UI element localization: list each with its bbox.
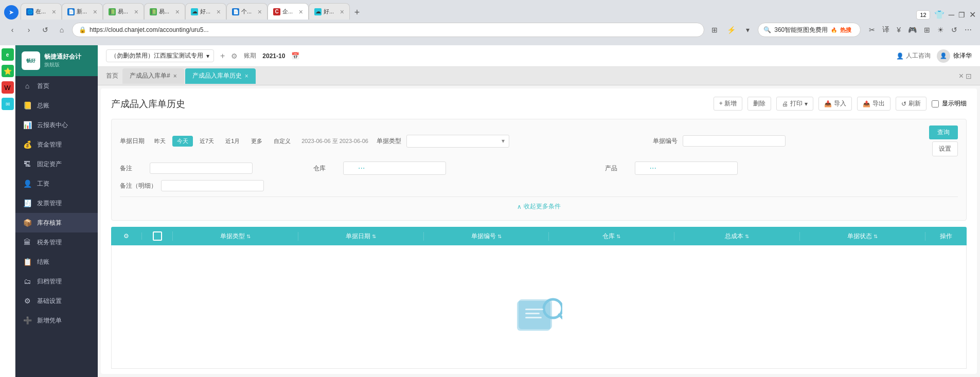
th-voucher-type[interactable]: 单据类型 ⇅ (173, 232, 298, 241)
yesterday-opt[interactable]: 昨天 (150, 136, 170, 147)
minimize-icon[interactable]: ─ (949, 10, 954, 20)
sidebar-item-checkout[interactable]: 📋 结账 (15, 252, 98, 272)
refresh-button[interactable]: ↺ (39, 24, 51, 36)
tab-7[interactable]: C 企... × (268, 3, 309, 20)
sidebar-item-reports[interactable]: 📊 云报表中心 (15, 115, 98, 135)
sidebar-item-new-bill[interactable]: ➕ 新增凭单 (15, 311, 98, 330)
strip-icon-3[interactable]: ✉ (2, 98, 14, 110)
strip-logo[interactable]: e (2, 48, 14, 61)
calendar-icon[interactable]: 📅 (291, 52, 299, 60)
more-opt[interactable]: 更多 (246, 136, 267, 147)
cycle-icon[interactable]: ↺ (949, 25, 959, 35)
last-month-opt[interactable]: 近1月 (221, 136, 244, 147)
list-tab-close-icon[interactable]: × (173, 73, 177, 80)
home-button[interactable]: ⌂ (56, 24, 68, 36)
sidebar-item-ledger[interactable]: 📒 总账 (15, 96, 98, 115)
close-page-icon[interactable]: × (959, 71, 964, 81)
sidebar-item-home[interactable]: ⌂ 首页 (15, 76, 98, 96)
voucher-no-input[interactable] (683, 135, 786, 147)
tab-2[interactable]: 📄 新... × (62, 3, 103, 20)
company-selector[interactable]: （勿删勿禁用）江西服宝测试专用 ▾ (106, 49, 214, 62)
tab-3[interactable]: 📗 易... × (103, 3, 144, 20)
show-detail-toggle[interactable]: 显示明细 (932, 99, 967, 108)
th-checkbox[interactable] (142, 231, 173, 241)
tab-8-close[interactable]: × (340, 8, 344, 16)
th-total-cost[interactable]: 总成本 ⇅ (674, 232, 800, 241)
filter-settings-button[interactable]: 设置 (932, 141, 958, 156)
dropdown-button[interactable]: ▾ (741, 24, 754, 36)
forward-button[interactable]: › (23, 24, 35, 36)
sidebar-item-assets[interactable]: 🏗 固定资产 (15, 154, 98, 174)
tab-6[interactable]: 📄 个... × (226, 3, 268, 20)
query-button[interactable]: 查询 (929, 125, 958, 139)
customer-service-button[interactable]: 👤 人工咨询 (896, 51, 931, 60)
refresh-button[interactable]: ↺ 刷新 (896, 97, 926, 111)
sun-icon[interactable]: ☀ (935, 25, 946, 35)
settings-gear-icon[interactable]: ⚙ (231, 52, 238, 60)
th-voucher-no[interactable]: 单据编号 ⇅ (424, 232, 549, 241)
sidebar-item-settings[interactable]: ⚙ 基础设置 (15, 291, 98, 311)
grid-view-icon[interactable]: ⊞ (922, 25, 932, 35)
game-icon[interactable]: 🎮 (906, 25, 919, 35)
add-button[interactable]: + 新增 (714, 97, 742, 111)
back-button[interactable]: ‹ (6, 24, 19, 36)
translate-icon[interactable]: 译 (880, 24, 892, 35)
last7-opt[interactable]: 近7天 (195, 136, 219, 147)
delete-button[interactable]: 删除 (747, 97, 771, 111)
add-company-button[interactable]: + (220, 51, 225, 61)
th-voucher-date[interactable]: 单据日期 ⇅ (298, 232, 424, 241)
tab-3-close[interactable]: × (134, 8, 138, 16)
product-dots-icon[interactable]: ··· (648, 164, 658, 173)
sidebar-item-funds[interactable]: 💰 资金管理 (15, 135, 98, 154)
tab-7-close[interactable]: × (299, 8, 303, 16)
warehouse-select[interactable]: ··· (343, 161, 446, 175)
yuan-icon[interactable]: ¥ (895, 25, 903, 35)
header-checkbox[interactable] (153, 231, 162, 241)
tab-2-close[interactable]: × (93, 8, 97, 16)
strip-icon-1[interactable]: ⭐ (2, 65, 14, 77)
tab-5-close[interactable]: × (217, 8, 221, 16)
tab-1[interactable]: 🌐 在... × (21, 3, 62, 20)
product-select[interactable]: ··· (635, 161, 738, 175)
page-tab-list[interactable]: 产成品入库单# × (122, 68, 184, 84)
sidebar-item-inventory[interactable]: 📦 库存核算 (15, 213, 98, 232)
scissors-icon[interactable]: ✂ (867, 25, 877, 35)
history-tab-close-icon[interactable]: × (245, 73, 248, 80)
ellipsis-icon[interactable]: ⋯ (963, 25, 974, 35)
tab-4[interactable]: 📗 易... × (144, 3, 185, 20)
th-voucher-status[interactable]: 单据状态 ⇅ (800, 232, 925, 241)
tab-8[interactable]: ☁ 好... × (309, 3, 350, 20)
strip-icon-2[interactable]: W (2, 81, 14, 94)
restore-icon[interactable]: ❐ (958, 11, 965, 19)
show-detail-checkbox[interactable] (932, 100, 939, 107)
export-button[interactable]: 📤 导出 (857, 97, 890, 111)
collapse-button[interactable]: ∧ 收起更多条件 (120, 199, 958, 214)
th-settings[interactable]: ⚙ (111, 232, 142, 240)
custom-opt[interactable]: 自定义 (269, 136, 295, 147)
warehouse-dots-icon[interactable]: ··· (356, 164, 367, 173)
sidebar-item-payroll[interactable]: 👤 工资 (15, 174, 98, 193)
detail-remark-input[interactable] (161, 180, 264, 191)
sidebar-item-archive[interactable]: 🗂 归档管理 (15, 272, 98, 291)
sidebar-item-invoice[interactable]: 🧾 发票管理 (15, 193, 98, 213)
table-settings-icon[interactable]: ⚙ (123, 232, 129, 240)
tab-1-close[interactable]: × (52, 8, 56, 16)
extensions-button[interactable]: ⊞ (708, 24, 721, 36)
tab-4-close[interactable]: × (175, 8, 180, 16)
remark-input[interactable] (150, 163, 253, 174)
sidebar-item-tax[interactable]: 🏛 税务管理 (15, 232, 98, 252)
new-tab-button[interactable]: + (350, 5, 364, 20)
page-tab-history[interactable]: 产成品入库单历史 × (185, 68, 256, 84)
expand-icon[interactable]: ⊡ (966, 72, 972, 80)
th-warehouse[interactable]: 仓库 ⇅ (549, 232, 674, 241)
search-box[interactable]: 🔍 360智能抠图免费用 🔥 热搜 (758, 23, 861, 37)
tab-5[interactable]: ☁ 好... × (185, 3, 226, 20)
address-input[interactable]: 🔒 https://cloud.chanjet.com/accounting/u… (72, 23, 704, 37)
voucher-type-select[interactable]: ▾ (406, 135, 509, 148)
today-opt[interactable]: 今天 (172, 136, 193, 147)
print-button[interactable]: 🖨 打印 ▾ (776, 97, 813, 111)
import-button[interactable]: 📥 导入 (818, 97, 852, 111)
tab-6-close[interactable]: × (258, 8, 262, 16)
lightning-button[interactable]: ⚡ (725, 24, 737, 36)
close-window-icon[interactable]: ✕ (969, 10, 976, 20)
